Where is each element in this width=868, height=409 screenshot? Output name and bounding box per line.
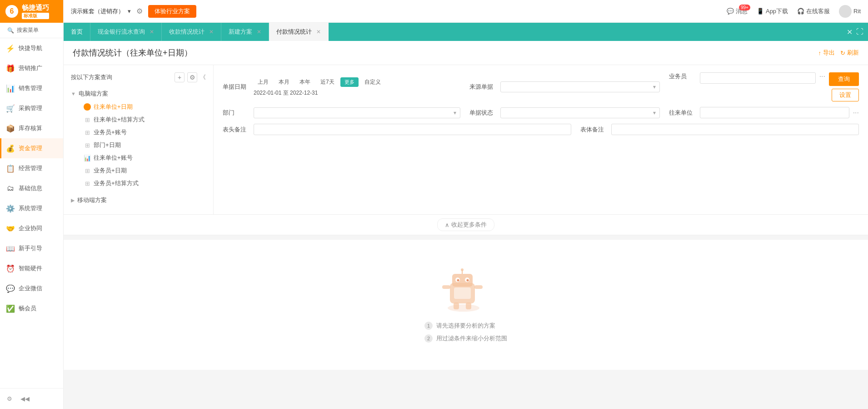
header-note-input[interactable] [254, 124, 571, 135]
page-content: 付款情况统计（往来单位+日期） ↑ 导出 ↻ 刷新 按以下方案查询 + [64, 41, 868, 409]
sidebar-item-basic[interactable]: 🗂 基础信息 [0, 178, 63, 198]
empty-tip-2: 2 用过滤条件来缩小分析范围 [424, 334, 507, 343]
tab-payment-stat-close[interactable]: ✕ [316, 29, 321, 35]
sidebar-item-quick-nav[interactable]: ⚡ 快捷导航 [0, 38, 63, 58]
sidebar-item-guide[interactable]: 📖 新手引导 [0, 238, 63, 258]
sidebar-item-label: 销售管理 [19, 84, 42, 92]
collapse-sidebar-icon[interactable]: ◀◀ [18, 393, 32, 404]
sidebar-item-label: 营销推广 [19, 64, 42, 72]
counterpart-input[interactable] [700, 107, 849, 118]
tab-expand-icon[interactable]: ⛶ [856, 28, 863, 36]
mobile-scheme-category[interactable]: ▶ 移动端方案 [71, 193, 206, 207]
svg-rect-13 [454, 288, 471, 299]
message-icon: 💬 [727, 8, 734, 15]
customer-service-item[interactable]: 🎧 在线客服 [797, 7, 830, 15]
body-note-input[interactable] [611, 124, 859, 135]
sidebar-item-wechat[interactable]: 💬 企业微信 [0, 278, 63, 298]
date-option-last-month[interactable]: 上月 [254, 77, 273, 87]
tab-payment-stat[interactable]: 付款情况统计 ✕ [269, 23, 329, 41]
dept-select[interactable]: ▾ [254, 107, 460, 118]
svg-rect-9 [442, 285, 450, 289]
scheme-item-salesman-account[interactable]: ⊞ 业务员+账号 [80, 126, 206, 139]
scheme-item-label: 往来单位+账号 [94, 154, 133, 162]
tab-cash-flow-close[interactable]: ✕ [150, 29, 154, 35]
capital-icon: 💰 [6, 144, 15, 153]
dept-label: 部门 [223, 109, 250, 117]
scheme-item-salesman-settle[interactable]: ⊞ 业务员+结算方式 [80, 177, 206, 190]
settings-bottom-icon[interactable]: ⚙ [5, 393, 15, 404]
sidebar-item-operation[interactable]: 📋 经营管理 [0, 158, 63, 178]
tip-text-2: 用过滤条件来缩小分析范围 [436, 334, 507, 343]
sidebar-item-sales[interactable]: 📊 销售管理 [0, 78, 63, 98]
tip-text-1: 请先选择要分析的方案 [436, 322, 495, 330]
logo-text: 畅捷通巧 标准版 [22, 4, 49, 19]
sidebar-item-label: 快捷导航 [19, 44, 42, 52]
tab-new-scheme[interactable]: 新建方案 ✕ [221, 23, 269, 41]
sidebar-item-marketing[interactable]: 🎁 营销推广 [0, 58, 63, 78]
message-item[interactable]: 💬 消息 99+ [727, 7, 748, 15]
collapse-conditions-btn[interactable]: ∧ 收起更多条件 [437, 218, 494, 231]
sidebar-item-enterprise[interactable]: 🤝 企业协同 [0, 218, 63, 238]
scheme-item-counterpart-settle[interactable]: ⊞ 往来单位+结算方式 [80, 113, 206, 126]
main-area: 演示账套（进销存） ▾ ⚙ 体验行业方案 💬 消息 99+ 📱 App下载 🎧 … [64, 0, 868, 409]
add-scheme-btn[interactable]: + [175, 72, 185, 82]
salesman-input[interactable] [700, 72, 816, 84]
tab-receipt-stat[interactable]: 收款情况统计 ✕ [162, 23, 221, 41]
export-btn[interactable]: ↑ 导出 [818, 49, 835, 57]
sidebar-item-label: 畅会员 [19, 304, 36, 313]
filter-container: 按以下方案查询 + ⚙ 《 ▼ 电脑端方案 往来单位+日期 [64, 65, 868, 215]
sidebar-item-member[interactable]: ✅ 畅会员 [0, 298, 63, 318]
salesman-dots[interactable]: ··· [819, 72, 825, 81]
sidebar-item-system[interactable]: ⚙️ 系统管理 [0, 198, 63, 218]
scheme-controls: + ⚙ 《 [175, 72, 206, 82]
tab-receipt-stat-close[interactable]: ✕ [209, 29, 214, 35]
sidebar-item-purchase[interactable]: 🛒 采购管理 [0, 98, 63, 118]
tab-home[interactable]: 首页 [64, 23, 90, 41]
date-option-more[interactable]: 更多 [340, 77, 359, 87]
filter-row-3: 表头备注 表体备注 [223, 124, 859, 135]
date-option-this-month[interactable]: 本月 [274, 77, 294, 87]
query-btn[interactable]: 查询 [829, 72, 859, 86]
settings-scheme-btn[interactable]: ⚙ [187, 72, 197, 82]
guide-icon: 📖 [6, 244, 15, 253]
tabbar: 首页 现金银行流水查询 ✕ 收款情况统计 ✕ 新建方案 ✕ 付款情况统计 ✕ ✕… [64, 23, 868, 41]
tab-new-scheme-close[interactable]: ✕ [257, 29, 261, 35]
tab-close-all-icon[interactable]: ✕ [847, 28, 853, 36]
scheme-item-label: 往来单位+日期 [94, 103, 133, 111]
pc-scheme-category[interactable]: ▼ 电脑端方案 [71, 87, 206, 101]
body-note-field: 表体备注 [580, 124, 859, 135]
scheme-icon-table1: ⊞ [84, 116, 91, 123]
topbar-settings-icon[interactable]: ⚙ [136, 7, 143, 15]
tab-cash-flow[interactable]: 现金银行流水查询 ✕ [90, 23, 162, 41]
date-option-this-year[interactable]: 本年 [295, 77, 314, 87]
source-select[interactable]: ▾ [500, 81, 659, 92]
date-option-custom[interactable]: 自定义 [360, 77, 385, 87]
settings-btn[interactable]: 设置 [832, 89, 859, 101]
scheme-item-counterpart-account[interactable]: 📊 往来单位+账号 [80, 151, 206, 164]
sidebar-item-hardware[interactable]: ⏰ 智能硬件 [0, 258, 63, 278]
scheme-icon-table4: ⊞ [84, 167, 91, 174]
company-name: 演示账套（进销存） [71, 7, 124, 15]
counterpart-dots[interactable]: ··· [853, 109, 859, 117]
app-download-item[interactable]: 📱 App下载 [757, 7, 788, 15]
scheme-icon-chart: 📊 [84, 154, 91, 162]
sidebar-item-label: 资金管理 [19, 144, 42, 152]
trial-btn[interactable]: 体验行业方案 [148, 5, 196, 18]
user-profile[interactable]: Rit [839, 5, 861, 18]
topbar-company: 演示账套（进销存） ▾ [71, 7, 131, 15]
tab-receipt-stat-label: 收款情况统计 [169, 28, 205, 36]
collapse-scheme-btn[interactable]: 《 [200, 73, 206, 81]
search-menu-item[interactable]: 🔍 搜索菜单 [0, 23, 63, 38]
tip-num-1: 1 [424, 322, 433, 330]
scheme-item-counterpart-date[interactable]: 往来单位+日期 [80, 101, 206, 113]
date-option-7days[interactable]: 近7天 [316, 77, 339, 87]
scheme-list-pc: 往来单位+日期 ⊞ 往来单位+结算方式 ⊞ 业务员+账号 ⊞ 部门+日期 [71, 101, 206, 190]
scheme-item-salesman-date[interactable]: ⊞ 业务员+日期 [80, 164, 206, 177]
company-dropdown[interactable]: ▾ [128, 8, 131, 15]
refresh-btn[interactable]: ↻ 刷新 [840, 49, 859, 57]
scheme-item-dept-date[interactable]: ⊞ 部门+日期 [80, 139, 206, 151]
sidebar-item-inventory[interactable]: 📦 库存核算 [0, 118, 63, 138]
sidebar-item-capital[interactable]: 💰 资金管理 [0, 138, 63, 158]
doc-status-select[interactable]: ▾ [500, 107, 659, 118]
scheme-item-label: 业务员+日期 [94, 167, 127, 175]
